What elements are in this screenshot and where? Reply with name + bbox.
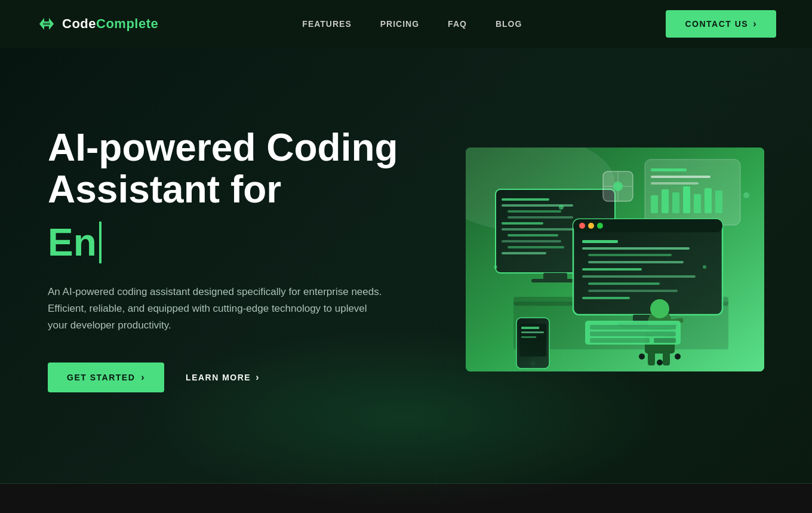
- svg-rect-63: [590, 338, 650, 343]
- svg-point-73: [743, 192, 749, 198]
- get-started-chevron-icon: ›: [141, 372, 145, 383]
- svg-rect-69: [521, 336, 536, 338]
- svg-rect-67: [521, 327, 539, 329]
- svg-rect-12: [502, 240, 561, 242]
- footer-strip: [0, 483, 812, 513]
- hero-description: An AI-powered coding assistant designed …: [48, 284, 388, 334]
- svg-rect-43: [582, 268, 642, 271]
- hero-left: AI-powered Coding Assistant for En An AI…: [48, 127, 442, 392]
- svg-rect-55: [648, 351, 655, 365]
- svg-rect-18: [651, 168, 687, 171]
- svg-point-58: [675, 354, 681, 360]
- svg-rect-64: [654, 338, 676, 343]
- svg-point-72: [703, 265, 706, 269]
- svg-rect-21: [651, 195, 658, 213]
- contact-chevron-icon: ›: [753, 19, 757, 29]
- svg-rect-9: [502, 222, 543, 225]
- svg-point-53: [650, 299, 669, 318]
- svg-rect-20: [651, 182, 699, 185]
- hero-svg: [466, 148, 764, 371]
- navigation: CodeComplete FEATURES PRICING FAQ BLOG C…: [0, 0, 812, 48]
- svg-point-37: [588, 223, 594, 229]
- contact-us-button[interactable]: CONTACT US ›: [666, 10, 776, 38]
- svg-rect-56: [663, 351, 670, 365]
- hero-typed-text: En: [48, 220, 442, 265]
- svg-point-57: [639, 354, 645, 360]
- hero-section: AI-powered Coding Assistant for En An AI…: [0, 48, 812, 483]
- nav-features[interactable]: FEATURES: [302, 19, 351, 29]
- svg-rect-62: [590, 331, 676, 336]
- svg-point-36: [579, 223, 585, 229]
- svg-rect-5: [502, 198, 549, 201]
- svg-rect-42: [588, 261, 684, 263]
- svg-rect-45: [588, 282, 660, 285]
- svg-rect-26: [705, 188, 712, 213]
- svg-rect-13: [508, 246, 564, 248]
- svg-rect-34: [573, 219, 722, 315]
- typing-cursor: [99, 222, 102, 263]
- nav-faq[interactable]: FAQ: [448, 19, 467, 29]
- svg-rect-39: [582, 240, 618, 243]
- svg-rect-68: [521, 331, 544, 333]
- hero-actions: GET STARTED › LEARN MORE ›: [48, 363, 442, 392]
- hero-title: AI-powered Coding Assistant for: [48, 127, 442, 211]
- svg-rect-1: [43, 23, 50, 25]
- logo-text: CodeComplete: [62, 16, 158, 32]
- svg-point-31: [613, 182, 623, 191]
- logo-link[interactable]: CodeComplete: [36, 13, 158, 35]
- svg-rect-23: [672, 192, 679, 213]
- svg-rect-27: [715, 191, 722, 213]
- hero-image: [466, 148, 764, 371]
- svg-rect-61: [590, 325, 676, 330]
- svg-rect-8: [508, 216, 573, 219]
- svg-rect-11: [508, 234, 558, 236]
- svg-rect-10: [502, 228, 579, 231]
- svg-rect-25: [694, 194, 701, 213]
- get-started-button[interactable]: GET STARTED ›: [48, 363, 164, 392]
- svg-point-38: [597, 223, 603, 229]
- svg-point-70: [530, 361, 536, 367]
- svg-rect-16: [531, 279, 579, 282]
- svg-rect-35: [573, 219, 722, 232]
- nav-links: FEATURES PRICING FAQ BLOG: [302, 19, 522, 29]
- svg-rect-19: [651, 176, 710, 178]
- svg-point-71: [559, 205, 564, 210]
- hero-illustration: [466, 148, 764, 371]
- svg-point-59: [657, 360, 663, 365]
- svg-rect-24: [683, 186, 690, 213]
- svg-rect-41: [588, 254, 672, 256]
- svg-rect-7: [508, 210, 561, 213]
- logo-icon: [36, 13, 57, 35]
- svg-rect-22: [662, 189, 669, 213]
- svg-rect-44: [582, 275, 696, 278]
- svg-point-74: [494, 265, 497, 269]
- svg-rect-40: [582, 247, 690, 250]
- nav-pricing[interactable]: PRICING: [380, 19, 419, 29]
- learn-more-button[interactable]: LEARN MORE ›: [186, 372, 260, 383]
- svg-rect-46: [588, 290, 678, 292]
- svg-rect-14: [502, 252, 546, 254]
- learn-more-chevron-icon: ›: [256, 372, 260, 383]
- nav-blog[interactable]: BLOG: [496, 19, 522, 29]
- svg-rect-47: [582, 297, 630, 299]
